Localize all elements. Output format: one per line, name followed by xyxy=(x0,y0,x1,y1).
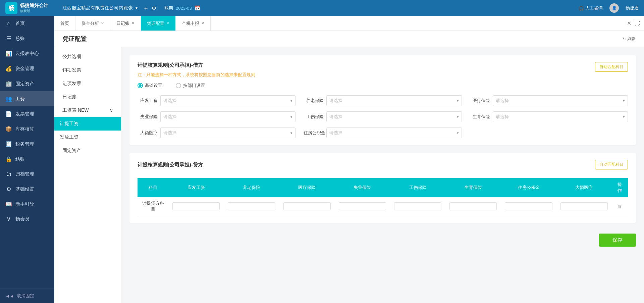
select-daeliao[interactable]: 请选择 ▾ xyxy=(160,128,296,138)
cell-yiliao[interactable] xyxy=(279,197,335,216)
cancel-pin-button[interactable]: ◄◄ 取消固定 xyxy=(0,289,54,303)
debit-auto-match-button[interactable]: 自动匹配科目 xyxy=(595,62,628,72)
sidebar-item-inventory[interactable]: 📦 库存核算 xyxy=(0,121,54,137)
tab-expand-icon[interactable]: ⛶ xyxy=(635,20,640,27)
dropdown-arrow-yanglao: ▾ xyxy=(457,99,459,103)
sidebar-item-home[interactable]: ⌂ 首页 xyxy=(0,16,54,31)
left-nav-public[interactable]: 公共选项 xyxy=(54,50,121,63)
table-row: 计提贷方科目 🗑 xyxy=(138,197,628,216)
col-header-action: 操作 xyxy=(612,178,628,197)
select-yanglao[interactable]: 请选择 ▾ xyxy=(326,95,462,106)
sidebar-label-home: 首页 xyxy=(15,20,25,27)
refresh-button[interactable]: ↻ 刷新 xyxy=(622,36,636,42)
col-header-gongshang: 工伤保险 xyxy=(390,178,445,197)
input-daeliao[interactable] xyxy=(560,202,608,210)
left-nav-calc-salary[interactable]: 计提工资 xyxy=(54,117,121,131)
sidebar-item-general[interactable]: ☰ 总账 xyxy=(0,31,54,46)
tab-close-diary[interactable]: ✕ xyxy=(131,21,135,26)
sidebar-label-salary: 工资 xyxy=(15,96,25,102)
cell-yanglao[interactable] xyxy=(224,197,279,216)
service-button[interactable]: 🎧 人工咨询 xyxy=(579,5,603,11)
cell-shengyu[interactable] xyxy=(445,197,501,216)
select-shiye[interactable]: 请选择 ▾ xyxy=(160,111,296,122)
tab-close-all-icon[interactable]: ✕ xyxy=(627,20,631,27)
sidebar-item-salary[interactable]: 👥 工资 xyxy=(0,91,54,106)
left-nav-diary[interactable]: 日记账 xyxy=(54,90,121,104)
headphone-icon: 🎧 xyxy=(579,6,584,11)
input-shengyu[interactable] xyxy=(449,202,497,210)
cell-gongshang[interactable] xyxy=(390,197,445,216)
radio-dept[interactable]: 按部门设置 xyxy=(176,83,205,89)
tab-tax[interactable]: 个税申报 ✕ xyxy=(176,16,211,31)
sidebar-item-close[interactable]: 🔒 结账 xyxy=(0,152,54,167)
left-nav-fixed-assets[interactable]: 固定资产 xyxy=(54,144,121,157)
select-zhufang[interactable]: 请选择 ▾ xyxy=(326,128,462,138)
tab-home[interactable]: 首页 xyxy=(54,16,75,31)
settings-icon[interactable]: ⚙ xyxy=(152,5,156,11)
form-item-yingfa: 应发工资 请选择 ▾ xyxy=(138,95,296,106)
sidebar-item-guide[interactable]: 📖 新手引导 xyxy=(0,197,54,212)
top-bar-right: 🎧 人工咨询 👤 畅捷通 xyxy=(579,3,639,13)
debit-form-row1: 应发工资 请选择 ▾ 养老保险 请选择 ▾ xyxy=(138,95,628,106)
company-dropdown-icon[interactable]: ▾ xyxy=(136,6,138,10)
input-yiliao[interactable] xyxy=(283,202,331,210)
cell-shiye[interactable] xyxy=(335,197,390,216)
tab-voucher[interactable]: 凭证配置 ✕ xyxy=(141,16,176,31)
col-header-shiye: 失业保险 xyxy=(335,178,390,197)
select-yingfa[interactable]: 请选择 ▾ xyxy=(160,95,296,106)
sidebar-item-tax[interactable]: 🧾 税务管理 xyxy=(0,137,54,152)
input-shiye[interactable] xyxy=(339,202,386,210)
cell-zhufang[interactable] xyxy=(501,197,556,216)
tab-bar: 首页 资金分析 ✕ 日记账 ✕ 凭证配置 ✕ 个税申报 ✕ ✕ ⛶ xyxy=(54,16,644,31)
company-selector[interactable]: 江西服宝精品有限责任公司内账张 ▾ ＋ ⚙ 账期 2023-03 📅 xyxy=(59,4,579,12)
tab-close-tax[interactable]: ✕ xyxy=(201,21,204,26)
sidebar-item-archive[interactable]: 🗂 归档管理 xyxy=(0,167,54,182)
select-shengyu[interactable]: 请选择 ▾ xyxy=(493,111,628,122)
input-yingfa[interactable] xyxy=(172,202,220,210)
tab-funds[interactable]: 资金分析 ✕ xyxy=(75,16,110,31)
label-yiliao: 医疗保险 xyxy=(470,98,490,104)
left-nav-salary-table[interactable]: 工资表 NEW ∨ xyxy=(54,104,121,117)
col-header-zhufang: 住房公积金 xyxy=(501,178,556,197)
calendar-icon[interactable]: 📅 xyxy=(195,5,200,11)
save-button[interactable]: 保存 xyxy=(599,234,636,247)
label-shiye: 失业保险 xyxy=(138,114,158,120)
sidebar-label-archive: 归档管理 xyxy=(15,171,34,177)
radio-basic[interactable]: 基础设置 xyxy=(138,83,162,89)
company-name: 江西服宝精品有限责任公司内账张 xyxy=(62,5,133,11)
left-nav-pay-salary[interactable]: 发放工资 xyxy=(54,131,121,144)
radio-dept-circle xyxy=(176,83,181,88)
select-yiliao[interactable]: 请选择 ▾ xyxy=(493,95,628,106)
dropdown-arrow-yiliao: ▾ xyxy=(623,99,625,103)
input-gongshang[interactable] xyxy=(394,202,441,210)
tab-close-voucher[interactable]: ✕ xyxy=(166,21,169,26)
left-nav-sales[interactable]: 销项发票 xyxy=(54,63,121,77)
sidebar-label-inventory: 库存核算 xyxy=(15,126,34,132)
add-company-button[interactable]: ＋ xyxy=(143,4,149,12)
select-gongshang[interactable]: 请选择 ▾ xyxy=(326,111,462,122)
tab-close-funds[interactable]: ✕ xyxy=(101,21,104,26)
sidebar-item-funds[interactable]: 💰 资金管理 xyxy=(0,61,54,76)
sidebar: ⌂ 首页 ☰ 总账 📊 云报表中心 💰 资金管理 🏢 固定资产 👥 工资 📄 发… xyxy=(0,16,54,303)
cell-daeliao[interactable] xyxy=(556,197,612,216)
input-zhufang[interactable] xyxy=(505,202,552,210)
cell-yingfa[interactable] xyxy=(168,197,224,216)
credit-auto-match-button[interactable]: 自动匹配科目 xyxy=(595,160,628,169)
sidebar-item-vip[interactable]: V 畅会员 xyxy=(0,212,54,226)
left-nav-purchase[interactable]: 进项发票 xyxy=(54,77,121,90)
username[interactable]: 畅捷通 xyxy=(626,5,639,11)
tab-diary[interactable]: 日记账 ✕ xyxy=(110,16,141,31)
label-yanglao: 养老保险 xyxy=(304,98,324,104)
credit-section: 计提核算规则(公司承担)-贷方 自动匹配科目 科目 应发工资 养老保险 医疗保险… xyxy=(129,153,636,223)
settings-nav-icon: ⚙ xyxy=(5,186,12,192)
sidebar-label-reports: 云报表中心 xyxy=(15,51,39,57)
delete-icon[interactable]: 🗑 xyxy=(618,204,622,209)
input-yanglao[interactable] xyxy=(228,202,275,210)
col-header-kemu: 科目 xyxy=(138,178,168,197)
cell-action[interactable]: 🗑 xyxy=(612,197,628,216)
sidebar-item-invoice[interactable]: 📄 发票管理 xyxy=(0,106,54,121)
sidebar-item-settings[interactable]: ⚙ 基础设置 xyxy=(0,182,54,197)
sidebar-item-reports[interactable]: 📊 云报表中心 xyxy=(0,46,54,61)
debit-section: 计提核算规则(公司承担)-借方 注：只能选择一种方式，系统将按照您当前的选择来配… xyxy=(129,55,636,145)
sidebar-item-assets[interactable]: 🏢 固定资产 xyxy=(0,76,54,91)
